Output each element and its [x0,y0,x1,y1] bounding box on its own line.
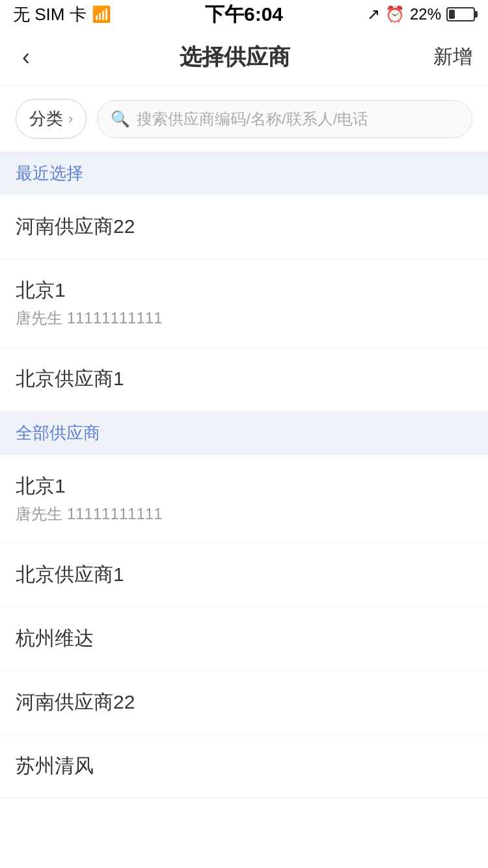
all-section-header: 全部供应商 [0,411,488,455]
page-title: 选择供应商 [180,42,290,72]
list-item[interactable]: 北京1唐先生 11111111111 [0,259,488,347]
recent-section-header: 最近选择 [0,152,488,195]
nav-bar: ‹ 选择供应商 新增 [0,29,488,86]
item-name: 北京供应商1 [16,562,472,588]
item-name: 北京供应商1 [16,366,472,392]
filter-bar: 分类 › 🔍 搜索供应商编码/名称/联系人/电话 [0,86,488,152]
status-right: ↗ ⏰ 22% [367,5,475,23]
chevron-right-icon: › [68,111,73,128]
recent-label: 最近选择 [16,163,83,183]
item-name: 北京1 [16,473,472,500]
location-icon: ↗ [367,5,380,23]
recent-items-list: 河南供应商22北京1唐先生 11111111111北京供应商1 [0,195,488,411]
search-icon: 🔍 [111,110,130,128]
list-item[interactable]: 河南供应商22 [0,195,488,259]
list-item[interactable]: 苏州清风 [0,735,488,798]
back-button[interactable]: ‹ [16,37,36,77]
alarm-icon: ⏰ [385,5,405,23]
list-item[interactable]: 北京供应商1 [0,347,488,411]
category-button[interactable]: 分类 › [16,99,87,139]
all-items-list: 北京1唐先生 11111111111北京供应商1杭州维达河南供应商22苏州清风 [0,455,488,798]
item-name: 杭州维达 [16,625,472,652]
list-item[interactable]: 北京供应商1 [0,543,488,607]
item-detail: 唐先生 11111111111 [16,308,472,329]
list-item[interactable]: 河南供应商22 [0,671,488,735]
search-box[interactable]: 🔍 搜索供应商编码/名称/联系人/电话 [97,100,472,138]
list-item[interactable]: 北京1唐先生 11111111111 [0,455,488,543]
wifi-icon: 📶 [92,5,111,23]
search-placeholder: 搜索供应商编码/名称/联系人/电话 [137,109,368,129]
no-sim-label: 无 SIM 卡 [13,3,87,26]
status-bar: 无 SIM 卡 📶 下午6:04 ↗ ⏰ 22% [0,0,488,29]
add-new-button[interactable]: 新增 [433,44,472,70]
item-name: 苏州清风 [16,753,472,780]
item-name: 北京1 [16,277,472,304]
battery-percent: 22% [410,5,441,23]
list-item[interactable]: 杭州维达 [0,607,488,671]
battery-indicator [446,7,475,21]
status-time: 下午6:04 [205,1,283,28]
status-left: 无 SIM 卡 📶 [13,3,111,26]
category-label: 分类 [29,107,63,130]
item-name: 河南供应商22 [16,689,472,716]
item-name: 河南供应商22 [16,213,472,240]
all-label: 全部供应商 [16,423,100,442]
item-detail: 唐先生 11111111111 [16,504,472,524]
